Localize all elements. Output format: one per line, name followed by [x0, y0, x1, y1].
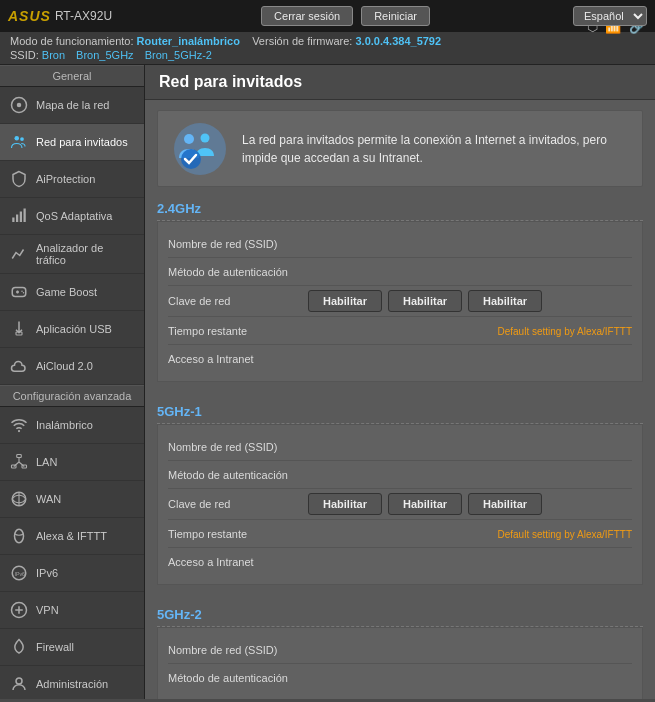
section-5ghz-1: 5GHz-1 Nombre de red (SSID) Método de au… — [157, 400, 643, 585]
sidebar: General Mapa de la red Red para invitado… — [0, 65, 145, 699]
auth-label-5-1: Método de autenticación — [168, 469, 308, 481]
logout-button[interactable]: Cerrar sesión — [261, 6, 353, 26]
svg-rect-15 — [17, 455, 22, 458]
wifi-icon — [8, 414, 30, 436]
sidebar-label-qos: QoS Adaptativa — [36, 210, 112, 222]
cloud-icon — [8, 355, 30, 377]
sidebar-label-wan: WAN — [36, 493, 61, 505]
sidebar-item-game-boost[interactable]: Game Boost — [0, 274, 144, 311]
sidebar-label-vpn: VPN — [36, 604, 59, 616]
info-box: La red para invitados permite la conexió… — [157, 110, 643, 187]
sidebar-item-mapa-red[interactable]: Mapa de la red — [0, 87, 144, 124]
freq-title-5ghz-2: 5GHz-2 — [157, 603, 643, 627]
sidebar-label-inalambrico: Inalámbrico — [36, 419, 93, 431]
habilitar-btn-5-1-3[interactable]: Habilitar — [468, 493, 542, 515]
ssid-label-2-4: Nombre de red (SSID) — [168, 238, 308, 250]
sidebar-item-inalambrico[interactable]: Inalámbrico — [0, 407, 144, 444]
language-select[interactable]: Español — [573, 6, 647, 26]
sidebar-label-firewall: Firewall — [36, 641, 74, 653]
sidebar-item-qos[interactable]: QoS Adaptativa — [0, 198, 144, 235]
sidebar-label-lan: LAN — [36, 456, 57, 468]
svg-point-3 — [20, 137, 24, 141]
svg-point-11 — [21, 291, 23, 293]
key-label-5-1: Clave de red — [168, 498, 308, 510]
sidebar-item-usb[interactable]: Aplicación USB — [0, 311, 144, 348]
sidebar-item-analizador[interactable]: Analizador de tráfico — [0, 235, 144, 274]
sidebar-label-usb: Aplicación USB — [36, 323, 112, 335]
sidebar-item-alexa[interactable]: Alexa & IFTTT — [0, 518, 144, 555]
analyzer-icon — [8, 243, 30, 265]
svg-point-33 — [201, 133, 210, 142]
info-description: La red para invitados permite la conexió… — [242, 131, 630, 167]
usb-icon — [8, 318, 30, 340]
sidebar-item-lan[interactable]: LAN — [0, 444, 144, 481]
wan-icon — [8, 488, 30, 510]
field-ssid-5-2: Nombre de red (SSID) — [168, 636, 632, 664]
fw-value: 3.0.0.4.384_5792 — [355, 35, 441, 47]
habilitar-btn-2-4-1[interactable]: Habilitar — [308, 290, 382, 312]
svg-rect-6 — [20, 212, 22, 223]
admin-icon — [8, 673, 30, 695]
freq-body-5ghz-1: Nombre de red (SSID) Método de autentica… — [157, 424, 643, 585]
restart-button[interactable]: Reiniciar — [361, 6, 430, 26]
sidebar-item-firewall[interactable]: Firewall — [0, 629, 144, 666]
intranet-label-2-4: Acceso a Intranet — [168, 353, 308, 365]
sidebar-item-admin[interactable]: Administración — [0, 666, 144, 699]
habilitar-btn-5-1-2[interactable]: Habilitar — [388, 493, 462, 515]
firewall-icon — [8, 636, 30, 658]
shield-icon — [8, 168, 30, 190]
sidebar-item-vpn[interactable]: VPN — [0, 592, 144, 629]
fw-label: Versión de firmware: — [252, 35, 352, 47]
habilitar-btn-2-4-2[interactable]: Habilitar — [388, 290, 462, 312]
ssid-label-5-2: Nombre de red (SSID) — [168, 644, 308, 656]
sidebar-item-red-invitados[interactable]: Red para invitados — [0, 124, 144, 161]
field-ssid-5-1: Nombre de red (SSID) — [168, 433, 632, 461]
time-label-2-4: Tiempo restante — [168, 325, 308, 337]
ssid-value-2: Bron_5GHz — [76, 49, 133, 61]
mode-label: Modo de funcionamiento: — [10, 35, 134, 47]
sidebar-label-alexa: Alexa & IFTTT — [36, 530, 107, 542]
field-time-2-4: Tiempo restante Default setting by Alexa… — [168, 317, 632, 345]
svg-point-2 — [15, 136, 20, 141]
intranet-label-5-1: Acceso a Intranet — [168, 556, 308, 568]
svg-rect-7 — [24, 209, 26, 223]
main-layout: General Mapa de la red Red para invitado… — [0, 65, 655, 699]
field-intranet-5-1: Acceso a Intranet — [168, 548, 632, 576]
alexa-icon — [8, 525, 30, 547]
habilitar-btn-5-1-1[interactable]: Habilitar — [308, 493, 382, 515]
freq-title-5ghz-1: 5GHz-1 — [157, 400, 643, 424]
field-ssid-2-4: Nombre de red (SSID) — [168, 230, 632, 258]
sidebar-item-aiprotection[interactable]: AiProtection — [0, 161, 144, 198]
qos-icon — [8, 205, 30, 227]
field-auth-2-4: Método de autenticación — [168, 258, 632, 286]
section-2-4ghz: 2.4GHz Nombre de red (SSID) Método de au… — [157, 197, 643, 382]
field-intranet-2-4: Acceso a Intranet — [168, 345, 632, 373]
ssid-label-5-1: Nombre de red (SSID) — [168, 441, 308, 453]
svg-text:IPv6: IPv6 — [15, 571, 26, 577]
ssid-value-1: Bron — [42, 49, 65, 61]
map-icon — [8, 94, 30, 116]
sidebar-label-aiprotection: AiProtection — [36, 173, 95, 185]
guests-illustration — [170, 121, 230, 176]
ipv6-icon: IPv6 — [8, 562, 30, 584]
field-key-5-1: Clave de red Habilitar Habilitar Habilit… — [168, 489, 632, 520]
mode-value: Router_inalámbrico — [137, 35, 240, 47]
sidebar-item-wan[interactable]: WAN — [0, 481, 144, 518]
sidebar-item-aicloud[interactable]: AiCloud 2.0 — [0, 348, 144, 385]
general-section-label: General — [0, 65, 144, 87]
alexa-text-2-4: Default setting by Alexa/IFTTT — [308, 326, 632, 337]
habilitar-group-5-1: Habilitar Habilitar Habilitar — [308, 493, 632, 515]
field-auth-5-2: Método de autenticación — [168, 664, 632, 692]
gamepad-icon — [8, 281, 30, 303]
sidebar-label-game-boost: Game Boost — [36, 286, 97, 298]
topbar: ASUS RT-AX92U Cerrar sesión Reiniciar Es… — [0, 0, 655, 32]
time-label-5-1: Tiempo restante — [168, 528, 308, 540]
svg-point-32 — [184, 134, 194, 144]
content-area: Red para invitados La red para i — [145, 65, 655, 699]
sidebar-label-mapa-red: Mapa de la red — [36, 99, 109, 111]
alexa-text-5-1: Default setting by Alexa/IFTTT — [308, 529, 632, 540]
habilitar-btn-2-4-3[interactable]: Habilitar — [468, 290, 542, 312]
auth-label-2-4: Método de autenticación — [168, 266, 308, 278]
svg-point-12 — [23, 292, 25, 294]
sidebar-item-ipv6[interactable]: IPv6 IPv6 — [0, 555, 144, 592]
